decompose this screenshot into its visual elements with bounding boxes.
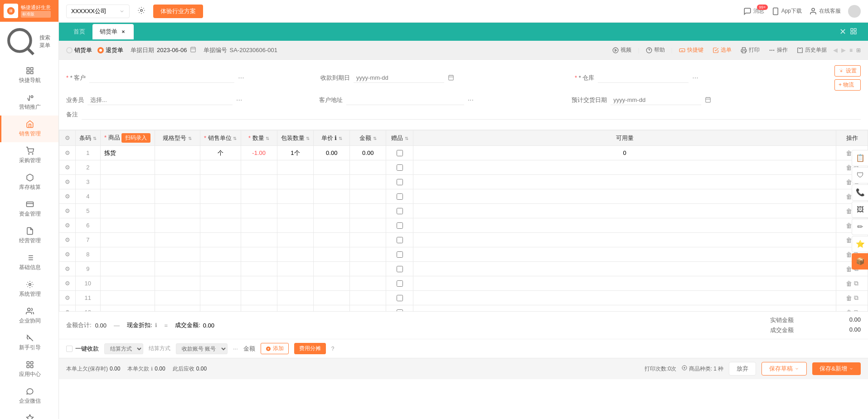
- row-spec[interactable]: [155, 247, 200, 262]
- sidebar-item-quick-nav[interactable]: 快捷导航: [0, 62, 58, 89]
- delete-row-icon[interactable]: 🗑: [846, 178, 852, 186]
- row-unit[interactable]: 个: [200, 146, 241, 160]
- row-gear[interactable]: ⚙: [59, 233, 76, 247]
- due-date-calendar-icon[interactable]: [448, 74, 454, 82]
- row-qty[interactable]: [241, 305, 277, 312]
- history-btn[interactable]: 历史单据: [794, 45, 829, 55]
- sidebar-item-members[interactable]: 畅会员: [0, 409, 58, 419]
- row-unit-price[interactable]: [314, 204, 350, 218]
- customer-address-input[interactable]: [346, 95, 464, 105]
- view-toggle-list[interactable]: ≡: [849, 47, 853, 53]
- row-spec[interactable]: [155, 233, 200, 247]
- row-unit-price[interactable]: [314, 247, 350, 262]
- delete-row-icon[interactable]: 🗑: [846, 294, 852, 302]
- date-picker-icon[interactable]: [190, 46, 196, 54]
- discount-info-icon[interactable]: ℹ: [155, 322, 157, 328]
- row-pack-qty[interactable]: [277, 276, 314, 291]
- gift-checkbox[interactable]: [397, 295, 403, 301]
- operate-btn[interactable]: 操作: [766, 45, 790, 55]
- row-gift[interactable]: [386, 160, 413, 175]
- gift-checkbox[interactable]: [397, 208, 403, 214]
- float-clipboard-btn[interactable]: 📋: [852, 150, 868, 166]
- row-unit[interactable]: [200, 262, 241, 276]
- salesperson-input[interactable]: [87, 95, 233, 105]
- settlement-method-select[interactable]: 结算方式: [104, 343, 143, 354]
- row-gift[interactable]: [386, 276, 413, 291]
- row-pack-qty[interactable]: [277, 291, 314, 305]
- row-qty[interactable]: [241, 291, 277, 305]
- gift-checkbox[interactable]: [397, 266, 403, 272]
- row-qty[interactable]: [241, 276, 277, 291]
- gift-checkbox[interactable]: [397, 164, 403, 171]
- setup-btn[interactable]: 设置: [834, 65, 861, 77]
- tab-close-icon[interactable]: [120, 29, 126, 35]
- row-unit-price[interactable]: [314, 175, 350, 189]
- row-pack-qty[interactable]: [277, 305, 314, 312]
- delete-row-icon[interactable]: 🗑: [846, 222, 852, 229]
- row-gift[interactable]: [386, 291, 413, 305]
- row-qty[interactable]: [241, 175, 277, 189]
- copy-row-icon[interactable]: ⧉: [854, 279, 858, 287]
- note-input[interactable]: [82, 110, 861, 120]
- row-qty[interactable]: [241, 204, 277, 218]
- row-gear[interactable]: ⚙: [59, 160, 76, 175]
- row-unit-price[interactable]: [314, 160, 350, 175]
- order-no-value[interactable]: SA-20230606-001: [230, 47, 278, 53]
- row-spec[interactable]: [155, 305, 200, 312]
- warehouse-input[interactable]: 建材仓: [598, 73, 689, 83]
- row-gift[interactable]: [386, 305, 413, 312]
- delivery-calendar-icon[interactable]: [705, 96, 711, 104]
- copy-row-icon[interactable]: ⧉: [854, 294, 858, 302]
- row-amount[interactable]: [350, 204, 386, 218]
- sidebar-item-wechat[interactable]: 企业微信: [0, 383, 58, 409]
- row-spec[interactable]: [155, 189, 200, 204]
- row-spec[interactable]: [155, 160, 200, 175]
- radio-return[interactable]: 退货单: [97, 46, 123, 54]
- shortcut-btn[interactable]: 快捷键: [676, 45, 706, 55]
- row-gift[interactable]: [386, 175, 413, 189]
- expand-tab-btn[interactable]: [850, 28, 857, 36]
- row-gift[interactable]: [386, 233, 413, 247]
- row-unit-price[interactable]: [314, 305, 350, 312]
- company-selector[interactable]: XXXXXX公司: [66, 5, 130, 18]
- row-qty[interactable]: -1.00: [241, 146, 277, 160]
- app-download-btn[interactable]: App下载: [771, 7, 802, 15]
- select-order-btn[interactable]: 选单: [710, 45, 734, 55]
- date-value[interactable]: 2023-06-06: [157, 47, 187, 53]
- row-product[interactable]: [100, 291, 155, 305]
- row-unit[interactable]: [200, 175, 241, 189]
- row-unit[interactable]: [200, 291, 241, 305]
- row-spec[interactable]: [155, 291, 200, 305]
- row-unit-price[interactable]: [314, 218, 350, 233]
- sidebar-item-system[interactable]: 系统管理: [0, 276, 58, 303]
- sidebar-item-purchase[interactable]: 采购管理: [0, 142, 58, 169]
- row-amount[interactable]: [350, 305, 386, 312]
- row-unit[interactable]: [200, 276, 241, 291]
- float-shield-btn[interactable]: 🛡: [852, 167, 868, 183]
- tab-home[interactable]: 首页: [66, 24, 92, 39]
- row-product[interactable]: [100, 276, 155, 291]
- row-gift[interactable]: [386, 189, 413, 204]
- customer-address-dots[interactable]: ···: [468, 96, 474, 104]
- row-gear[interactable]: ⚙: [59, 262, 76, 276]
- delete-row-icon[interactable]: 🗑: [846, 236, 852, 244]
- delete-row-icon[interactable]: 🗑: [846, 280, 852, 287]
- gift-checkbox[interactable]: [397, 280, 403, 287]
- scan-btn[interactable]: 扫码录入: [121, 133, 150, 143]
- row-gift[interactable]: [386, 247, 413, 262]
- gift-checkbox[interactable]: [397, 237, 403, 243]
- row-pack-qty[interactable]: 1个: [277, 146, 314, 160]
- warehouse-dots[interactable]: ···: [692, 74, 698, 82]
- row-amount[interactable]: [350, 247, 386, 262]
- row-product[interactable]: [100, 233, 155, 247]
- row-amount[interactable]: [350, 175, 386, 189]
- row-amount[interactable]: 0.00: [350, 146, 386, 160]
- account-dots[interactable]: ···: [233, 345, 238, 352]
- customer-dots[interactable]: ···: [238, 74, 244, 82]
- row-pack-qty[interactable]: [277, 247, 314, 262]
- row-product[interactable]: [100, 160, 155, 175]
- view-toggle-grid[interactable]: ⊞: [856, 47, 861, 53]
- row-gift[interactable]: [386, 218, 413, 233]
- row-spec[interactable]: [155, 146, 200, 160]
- row-product[interactable]: [100, 175, 155, 189]
